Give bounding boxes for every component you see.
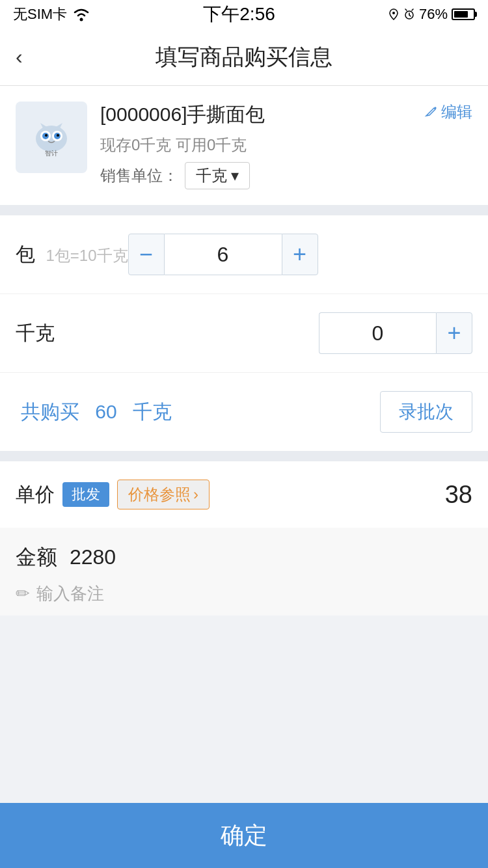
main-content: 智计 [0000006]手撕面包 现存0千克 可用0千克 销售单位： 千克 ▾ … — [0, 86, 488, 863]
amount-label: 金额 — [16, 545, 57, 569]
svg-line-4 — [409, 15, 411, 16]
battery-percent: 76% — [419, 6, 448, 23]
amount-text: 金额 2280 — [16, 543, 472, 572]
total-unit: 千克 — [133, 401, 172, 422]
amount-value: 2280 — [70, 545, 116, 569]
price-ref-button[interactable]: 价格参照 › — [117, 480, 210, 509]
price-label: 单价 — [16, 481, 55, 508]
alarm-icon — [403, 8, 415, 20]
edit-icon — [424, 105, 439, 119]
edit-button[interactable]: 编辑 — [424, 102, 472, 122]
package-quantity-input[interactable] — [165, 234, 282, 275]
kg-label: 千克 — [16, 320, 319, 347]
divider-1 — [0, 205, 488, 215]
package-row: 包 1包=10千克 − + — [0, 215, 488, 294]
price-tag: 批发 — [62, 482, 109, 507]
product-card: 智计 [0000006]手撕面包 现存0千克 可用0千克 销售单位： 千克 ▾ … — [0, 86, 488, 205]
package-label-group: 包 1包=10千克 — [16, 241, 128, 268]
svg-line-5 — [405, 9, 407, 10]
svg-point-1 — [392, 12, 395, 14]
status-right: 76% — [388, 6, 475, 23]
unit-value: 千克 — [196, 165, 227, 186]
unit-dropdown-icon: ▾ — [231, 167, 239, 185]
total-text: 共购买 60 千克 — [16, 399, 177, 426]
product-thumbnail: 智计 — [29, 118, 74, 157]
package-minus-button[interactable]: − — [128, 234, 165, 275]
price-label-group: 单价 批发 价格参照 › — [16, 480, 210, 509]
confirm-button[interactable]: 确定 — [0, 803, 488, 868]
nav-bar: ‹ 填写商品购买信息 — [0, 29, 488, 86]
unit-label: 销售单位： — [100, 165, 178, 186]
package-hint: 1包=10千克 — [46, 247, 128, 264]
status-time: 下午2:56 — [203, 2, 275, 27]
svg-point-0 — [80, 18, 83, 21]
svg-text:智计: 智计 — [45, 150, 58, 157]
package-section: 包 1包=10千克 − + 千克 + — [0, 215, 488, 373]
total-row: 共购买 60 千克 录批次 — [0, 373, 488, 451]
status-bar: 无SIM卡 下午2:56 76% — [0, 0, 488, 29]
package-plus-button[interactable]: + — [282, 234, 318, 275]
page-title: 填写商品购买信息 — [156, 42, 332, 72]
divider-2 — [0, 451, 488, 461]
remark-icon: ✏ — [16, 584, 30, 604]
price-value: 38 — [445, 481, 472, 509]
package-quantity-control: − + — [128, 234, 318, 275]
kg-row: 千克 + — [0, 294, 488, 373]
total-value: 60 — [95, 401, 116, 422]
batch-button[interactable]: 录批次 — [380, 391, 472, 433]
amount-section: 金额 2280 ✏ 输入备注 — [0, 528, 488, 616]
product-image: 智计 — [16, 102, 87, 173]
remark-label: 输入备注 — [36, 582, 104, 605]
remark-row[interactable]: ✏ 输入备注 — [16, 582, 472, 605]
back-button[interactable]: ‹ — [16, 45, 23, 69]
kg-quantity-input[interactable] — [319, 312, 436, 354]
wifi-icon — [72, 7, 90, 21]
product-unit-row: 销售单位： 千克 ▾ — [100, 162, 472, 189]
package-label: 包 — [16, 243, 35, 265]
carrier-text: 无SIM卡 — [13, 5, 67, 24]
product-stock: 现存0千克 可用0千克 — [100, 135, 472, 156]
svg-line-6 — [412, 9, 413, 10]
svg-point-13 — [57, 134, 59, 137]
edit-label: 编辑 — [441, 102, 472, 122]
svg-point-7 — [36, 126, 67, 152]
svg-point-12 — [45, 134, 47, 137]
price-ref-label: 价格参照 — [128, 484, 191, 505]
price-section: 单价 批发 价格参照 › 38 — [0, 461, 488, 528]
price-ref-arrow: › — [193, 485, 198, 504]
unit-select[interactable]: 千克 ▾ — [185, 162, 250, 189]
location-icon — [388, 8, 400, 20]
status-carrier: 无SIM卡 — [13, 5, 90, 24]
battery-icon — [452, 8, 475, 20]
total-prefix: 共购买 — [21, 401, 79, 422]
product-name: [0000006]手撕面包 — [100, 102, 472, 128]
product-info: [0000006]手撕面包 现存0千克 可用0千克 销售单位： 千克 ▾ — [100, 102, 472, 189]
kg-plus-button[interactable]: + — [436, 312, 472, 354]
kg-quantity-control: + — [319, 312, 472, 354]
